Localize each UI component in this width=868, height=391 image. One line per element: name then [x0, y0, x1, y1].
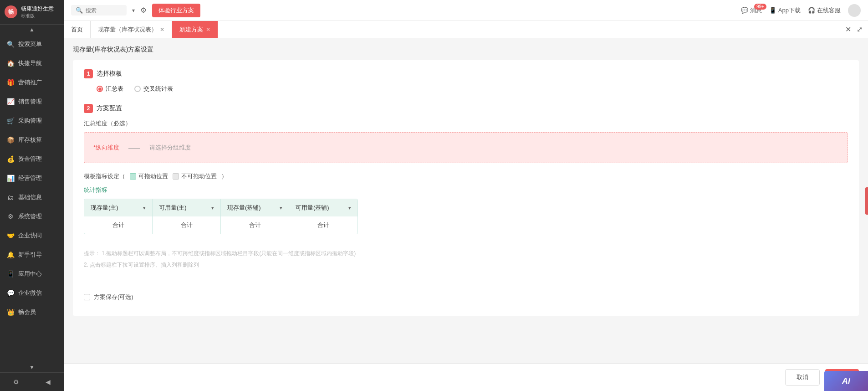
sidebar-footer: ⚙ ◀ [0, 372, 64, 391]
step1-title: 选择模板 [97, 70, 122, 78]
sidebar-item-inventory[interactable]: 📦 库存核算 [0, 130, 64, 149]
save-checkbox[interactable] [84, 294, 90, 300]
sidebar-item-label: 企业协同 [18, 232, 42, 240]
right-scroll-handle[interactable] [865, 187, 868, 215]
cancel-button[interactable]: 取消 [785, 369, 820, 386]
sidebar-item-appstore[interactable]: 📱 应用中心 [0, 264, 64, 283]
gift-icon: 🎁 [6, 78, 15, 87]
box-icon: 📦 [6, 136, 15, 144]
step1-section: 1 选择模板 汇总表 交叉统计表 [84, 69, 848, 93]
app-download-btn[interactable]: 📱 App下载 [769, 6, 801, 15]
sidebar-item-purchase[interactable]: 🛒 采购管理 [0, 111, 64, 130]
tab-home[interactable]: 首页 [64, 21, 91, 38]
sidebar-item-label: 采购管理 [18, 117, 42, 125]
cart-icon: 🛒 [6, 117, 15, 125]
tip-line-2: 2. 点击标题栏下拉可设置排序、插入列和删除列 [84, 261, 848, 269]
sidebar-item-label: 销售管理 [18, 98, 42, 106]
tab-inventory-status[interactable]: 现存量（库存状况表） ✕ [91, 21, 172, 38]
ind-header-2-dropdown[interactable]: ▾ [211, 205, 214, 211]
system-icon: ⚙ [6, 212, 15, 221]
sidebar-item-newguide[interactable]: 🔔 新手引导 [0, 245, 64, 264]
ind-body-4-label: 合计 [317, 221, 329, 229]
app-logo-text: 畅康通好生意 标准版 [21, 5, 54, 19]
sidebar-item-label: 应用中心 [18, 270, 42, 278]
dimension-section-label: 汇总维度（必选） [84, 119, 848, 128]
radio-cross[interactable]: 交叉统计表 [134, 85, 173, 93]
ind-body-3-label: 合计 [249, 221, 261, 229]
ind-header-2[interactable]: 可用量(主) ▾ [153, 199, 221, 216]
ind-header-4[interactable]: 可用量(基辅) ▾ [289, 199, 357, 216]
basic-icon: 🗂 [6, 193, 15, 201]
tab-close-btn[interactable]: ✕ [843, 23, 853, 36]
sidebar-item-sales[interactable]: 📈 销售管理 [0, 92, 64, 111]
ind-body-4: 合计 [289, 216, 357, 234]
trial-btn[interactable]: 体验行业方案 [152, 4, 200, 17]
tab-inventory-status-close[interactable]: ✕ [160, 27, 164, 32]
search-input[interactable] [86, 7, 122, 14]
sidebar-item-search[interactable]: 🔍 搜索菜单 [0, 35, 64, 54]
draggable-legend-box [130, 173, 136, 180]
indicators-body-row: 合计 合计 合计 合计 [84, 216, 357, 234]
operation-icon: 📊 [6, 174, 15, 182]
avatar[interactable] [848, 4, 861, 17]
topbar-gear-btn[interactable]: ⚙ [140, 6, 147, 15]
ind-header-3[interactable]: 现存量(基辅) ▾ [221, 199, 289, 216]
footer-bar: 取消 查询 [64, 363, 868, 391]
sidebar-item-finance[interactable]: 💰 资金管理 [0, 149, 64, 169]
sidebar-scroll-down[interactable]: ▼ [0, 362, 64, 372]
tab-expand-btn[interactable]: ⤢ [855, 23, 864, 36]
sidebar-settings-btn[interactable]: ⚙ [10, 376, 23, 387]
ind-header-4-dropdown[interactable]: ▾ [348, 205, 351, 211]
service-btn[interactable]: 🎧 在线客服 [808, 6, 841, 15]
sidebar-item-enterprise[interactable]: 🤝 企业协同 [0, 226, 64, 245]
chart-icon: 📈 [6, 98, 15, 106]
search-icon: 🔍 [76, 7, 83, 14]
message-icon: 💬 [741, 7, 748, 14]
tab-new-plan-close[interactable]: ✕ [206, 27, 210, 32]
page-title: 现存量(库存状况表)方案设置 [73, 46, 859, 54]
sidebar-item-label: 新手引导 [18, 251, 42, 259]
ind-header-1[interactable]: 现存量(主) ▾ [84, 199, 153, 216]
sidebar-item-marketing[interactable]: 🎁 营销推广 [0, 73, 64, 92]
enterprise-icon: 🤝 [6, 232, 15, 240]
step2-title: 方案配置 [97, 104, 122, 113]
legend-non-draggable: 不可拖动位置 [173, 172, 217, 180]
sidebar-nav: 🔍 搜索菜单 🏠 快捷导航 🎁 营销推广 📈 销售管理 🛒 采购管理 📦 库存核… [0, 35, 64, 362]
topbar-search-box[interactable]: 🔍 [71, 5, 127, 15]
step1-badge: 1 [84, 69, 93, 78]
sidebar-item-label: 资金管理 [18, 155, 42, 163]
dimension-box[interactable]: *纵向维度 —— 请选择分组维度 [84, 132, 848, 163]
sidebar-item-label: 营销推广 [18, 78, 42, 87]
step2-header: 2 方案配置 [84, 104, 848, 113]
sidebar-item-label: 基础信息 [18, 193, 42, 201]
tips-section: 提示： 1.拖动标题栏可以调整布局，不可跨维度或指标区域拖动栏目字段(只能在同一… [84, 245, 848, 277]
ind-header-3-dropdown[interactable]: ▾ [280, 205, 282, 211]
message-btn[interactable]: 💬 消息 99+ [741, 6, 762, 15]
tip-line-1: 提示： 1.拖动标题栏可以调整布局，不可跨维度或指标区域拖动栏目字段(只能在同一… [84, 249, 848, 258]
ai-badge[interactable]: Ai [824, 371, 868, 391]
dimension-required-label: *纵向维度 [93, 144, 119, 152]
sidebar-item-basic[interactable]: 🗂 基础信息 [0, 188, 64, 207]
dimension-placeholder: 请选择分组维度 [149, 144, 191, 152]
radio-summary[interactable]: 汇总表 [97, 85, 123, 93]
sidebar-item-member[interactable]: 👑 畅会员 [0, 303, 64, 322]
save-option: 方案保存(可选) [84, 288, 848, 307]
tab-new-plan[interactable]: 新建方案 ✕ [172, 21, 218, 38]
app-logo-icon: 畅 [5, 5, 17, 18]
sidebar-item-wechat[interactable]: 💬 企业微信 [0, 283, 64, 303]
draggable-legend-label: 可拖动位置 [138, 172, 168, 180]
sidebar-item-system[interactable]: ⚙ 系统管理 [0, 207, 64, 226]
sidebar-item-operation[interactable]: 📊 经营管理 [0, 169, 64, 188]
sidebar-item-label: 库存核算 [18, 136, 42, 144]
topbar: 🔍 ▾ ⚙ 体验行业方案 💬 消息 99+ 📱 App下载 🎧 在线客服 [64, 0, 868, 21]
app-icon: 📱 [6, 270, 15, 278]
topbar-right: 💬 消息 99+ 📱 App下载 🎧 在线客服 [741, 4, 861, 17]
config-card: 1 选择模板 汇总表 交叉统计表 [73, 60, 859, 316]
ind-header-1-dropdown[interactable]: ▾ [143, 205, 146, 211]
ind-body-1: 合计 [84, 216, 153, 234]
sidebar-item-shortcut[interactable]: 🏠 快捷导航 [0, 54, 64, 73]
radio-cross-label: 交叉统计表 [143, 85, 173, 93]
sidebar-scroll-up[interactable]: ▲ [0, 25, 64, 35]
sidebar-collapse-btn[interactable]: ◀ [42, 376, 54, 387]
topbar-dropdown-btn[interactable]: ▾ [132, 7, 135, 14]
